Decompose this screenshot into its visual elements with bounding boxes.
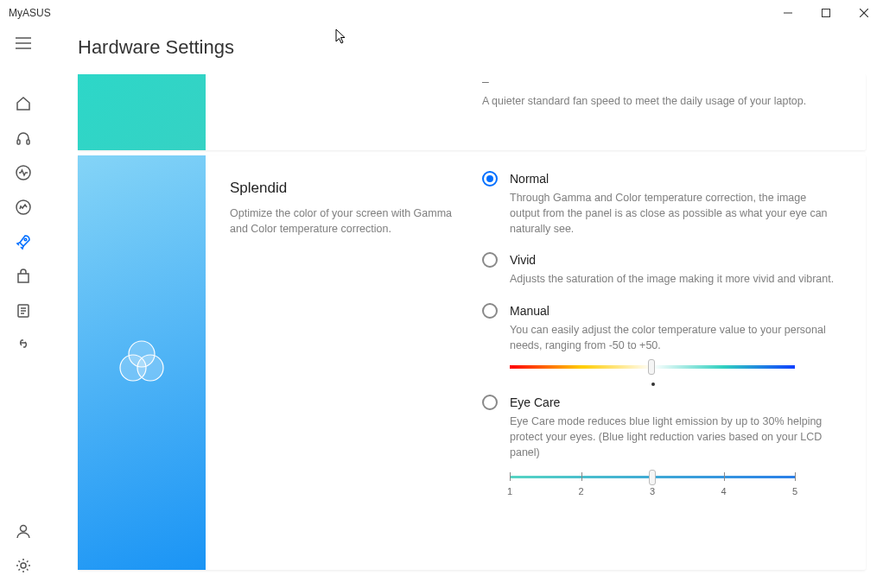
step-label: 3 xyxy=(650,486,655,496)
option-eyecare[interactable]: Eye Care Eye Care mode reduces blue ligh… xyxy=(482,395,836,502)
svg-point-18 xyxy=(21,563,26,568)
option-label: Vivid xyxy=(510,253,536,267)
link-icon[interactable] xyxy=(0,328,47,363)
news-document-icon[interactable] xyxy=(0,294,47,328)
menu-hamburger-button[interactable] xyxy=(0,26,47,60)
step-label: 5 xyxy=(792,486,797,496)
eyecare-level-slider[interactable]: 1 2 3 4 5 xyxy=(510,472,795,502)
fan-card-thumb xyxy=(78,74,206,150)
sidebar xyxy=(0,26,47,588)
option-label: Eye Care xyxy=(510,395,560,409)
step-label: 4 xyxy=(721,486,726,496)
hardware-settings-rocket-icon[interactable] xyxy=(0,224,47,259)
account-user-icon[interactable] xyxy=(0,514,47,548)
page-title: Hardware Settings xyxy=(47,26,883,74)
venn-color-icon xyxy=(114,335,169,390)
splendid-card-thumb xyxy=(78,155,206,570)
minimize-button[interactable] xyxy=(769,0,807,26)
radio-eyecare[interactable] xyxy=(482,395,498,410)
splendid-card: Splendid Optimize the color of your scre… xyxy=(78,155,866,570)
home-icon[interactable] xyxy=(0,86,47,121)
option-desc: Through Gamma and Color temperature corr… xyxy=(510,190,836,237)
splendid-desc: Optimize the color of your screen with G… xyxy=(230,205,465,237)
shop-bag-icon[interactable] xyxy=(0,259,47,294)
fan-mode-desc: A quieter standard fan speed to meet the… xyxy=(482,93,836,109)
svg-rect-1 xyxy=(823,9,830,17)
splendid-title: Splendid xyxy=(230,180,465,197)
close-button[interactable] xyxy=(845,0,883,26)
step-label: 2 xyxy=(578,486,583,496)
svg-rect-8 xyxy=(27,140,29,144)
step-label: 1 xyxy=(507,486,512,496)
collapse-indicator[interactable]: – xyxy=(482,74,836,88)
diagnostics-heartbeat-icon[interactable] xyxy=(0,155,47,190)
update-sync-icon[interactable] xyxy=(0,190,47,224)
fan-card: – A quieter standard fan speed to meet t… xyxy=(78,74,866,150)
maximize-button[interactable] xyxy=(807,0,845,26)
title-bar: MyASUS xyxy=(0,0,883,26)
svg-point-17 xyxy=(21,526,27,532)
option-manual[interactable]: Manual You can easily adjust the color t… xyxy=(482,303,836,369)
svg-rect-7 xyxy=(17,140,20,144)
svg-point-11 xyxy=(24,238,27,241)
app-title: MyASUS xyxy=(9,7,51,19)
option-desc: Eye Care mode reduces blue light emissio… xyxy=(510,414,836,460)
settings-gear-icon[interactable] xyxy=(0,548,47,583)
option-normal[interactable]: Normal Through Gamma and Color temperatu… xyxy=(482,171,836,237)
option-desc: You can easily adjust the color temperat… xyxy=(510,322,836,353)
svg-point-21 xyxy=(137,355,163,381)
support-headset-icon[interactable] xyxy=(0,121,47,155)
color-temp-slider[interactable] xyxy=(510,365,795,369)
radio-vivid[interactable] xyxy=(482,252,498,268)
option-vivid[interactable]: Vivid Adjusts the saturation of the imag… xyxy=(482,252,836,287)
radio-manual[interactable] xyxy=(482,303,498,319)
option-label: Manual xyxy=(510,304,549,318)
radio-normal[interactable] xyxy=(482,171,498,187)
option-label: Normal xyxy=(510,172,549,186)
option-desc: Adjusts the saturation of the image maki… xyxy=(510,271,836,287)
